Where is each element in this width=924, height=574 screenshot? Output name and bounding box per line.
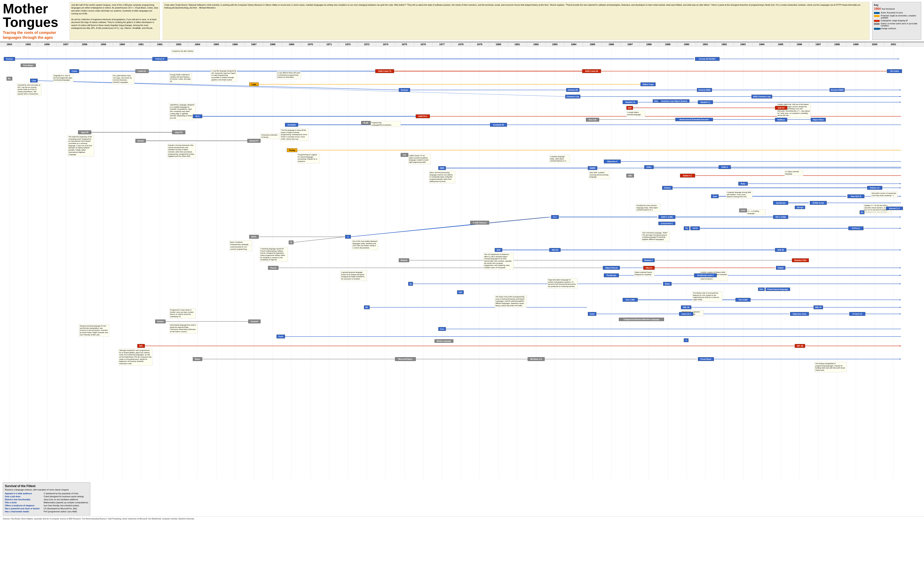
lang-box-bash: Bash [663, 282, 672, 286]
lang-box-cobol: Cobol [69, 69, 79, 73]
year-cell-1959: 1959 [94, 42, 113, 46]
timeline-canvas: FortranFortran IVFortran 90 ISO/IECCreat… [0, 47, 924, 479]
lang-box-nawk: NAWK [588, 166, 597, 170]
year-cell-1974: 1974 [376, 42, 395, 46]
lang-box-objectpascal: Object Pascal [603, 266, 620, 270]
year-header: 1954195519561957195819591960196119621963… [0, 42, 924, 47]
annotation: The kitchen sink of command-line feature… [692, 291, 723, 302]
svg-line-96 [489, 217, 548, 222]
year-cell-1982: 1982 [527, 42, 546, 46]
annotation: A general-purpose language known for its… [340, 271, 367, 281]
lang-box-basic: Basic [193, 357, 202, 361]
svg-marker-131 [900, 307, 901, 308]
year-cell-1964: 1964 [188, 42, 207, 46]
svg-line-105 [351, 217, 551, 237]
key-year: 1954 [874, 7, 881, 11]
lang-box-pl1: PL/1 [193, 114, 202, 118]
annotation: One of the most widely deployed language… [352, 240, 378, 250]
lang-box-moda: Moda Language [434, 339, 453, 343]
annotation: The Swiss Army Knife of programming (a k… [495, 295, 527, 308]
survival-item: Has a powerful user base or backerC# (de… [5, 508, 88, 509]
lang-box-oberon: Oberon [643, 266, 655, 270]
annotation: C+-, a scripting language. [747, 210, 766, 215]
lang-box-objectrexx: Object Rexx [811, 118, 826, 121]
survival-item: Offers a modicum of eleganceIcon (has fr… [5, 505, 88, 507]
svg-marker-60 [900, 89, 901, 90]
year-cell-1954: 1954 [0, 42, 19, 46]
lang-box-internetcpp: Internet C++ [886, 207, 903, 210]
survival-item: Fills a nicheMathematica (speeds up comp… [5, 501, 88, 504]
lang-box-modula2iso: Modula 2 ISO [792, 259, 809, 262]
annotation: Possibly the most common language today.… [636, 204, 660, 212]
survival-item: Delivers new functionalityJava (runs on … [5, 498, 88, 501]
year-cell-1996: 1996 [790, 42, 809, 46]
lang-box-ruby: Ruby [738, 182, 748, 186]
lang-box-lisp: Lisp [30, 79, 38, 82]
lang-box-cwithclasses: C with Classes [470, 221, 489, 224]
lang-box-clos: Clos [653, 99, 660, 103]
lang-box-ksh: Ksh [758, 287, 765, 291]
year-cell-2000: 2000 [865, 42, 884, 46]
annotation: The culprit behind many Y2K bugs. Also k… [112, 74, 134, 84]
lang-box-modula3: Modula 3 [642, 259, 655, 262]
year-cell-1988: 1988 [639, 42, 658, 46]
year-cell-1978: 1978 [452, 42, 470, 46]
lang-box-ansicobol74: ANSI Cobol 74 [375, 69, 394, 73]
lang-box-apl96: APL 96 [795, 344, 805, 348]
lang-box-smalltalk: Smalltalk [285, 123, 298, 127]
annotation: A Lisp-like language designed by MIT res… [211, 69, 237, 82]
timeline-wrapper: 1954195519561957195819591960196119621963… [0, 42, 924, 479]
lang-box-sml90: SML 90 [681, 306, 691, 309]
year-cell-1961: 1961 [132, 42, 151, 46]
lang-box-ada: ADA [495, 248, 502, 252]
lang-box-logo: Logo [249, 82, 259, 86]
year-cell-1971: 1971 [320, 42, 338, 46]
lang-box-algol68: Algol 68 [172, 131, 185, 134]
annotation: Programming Language/Microcomputers [371, 121, 401, 127]
year-cell-1968: 1968 [263, 42, 282, 46]
key-title: Key [874, 3, 919, 6]
year-cell-1990: 1990 [677, 42, 696, 46]
lang-box-forth: Forth [277, 334, 285, 338]
svg-line-104 [351, 222, 489, 237]
year-cell-1966: 1966 [226, 42, 244, 46]
extinct-swatch [874, 23, 880, 25]
lang-box-visualbasic: Visual Basic [698, 357, 714, 361]
footer: Sources: Paul Boutin; Brent Halpern, ass… [0, 516, 924, 521]
svg-marker-142 [900, 345, 901, 347]
lang-box-tcl: Tcl [684, 226, 689, 230]
year-cell-1969: 1969 [282, 42, 301, 46]
lang-box-apl: APL [137, 344, 145, 348]
lang-box-ada95: ADA 95 [775, 248, 786, 252]
svg-marker-51 [898, 58, 899, 60]
year-cell-1985: 1985 [583, 42, 602, 46]
subtitle: Tracing the roots of computer languages … [3, 30, 67, 40]
year-cell-1973: 1973 [357, 42, 376, 46]
svg-marker-121 [900, 275, 901, 276]
active-swatch [874, 12, 880, 14]
annotation: String-processing language for text and … [79, 324, 109, 337]
key-active: Active: thousands of users [874, 12, 919, 14]
lang-box-bcpl: BCPL [249, 235, 259, 239]
lang-box-scheme84: Scheme 84 [566, 88, 579, 92]
timeline-outer: 1954195519561957195819591960196119621963… [0, 42, 924, 479]
lang-box-oocobol: OO Cobol [887, 69, 902, 73]
year-cell-1970: 1970 [301, 42, 320, 46]
svg-marker-93 [900, 196, 901, 197]
lang-box-haskell11: Haskell 1.1 [698, 100, 713, 104]
svg-marker-66 [900, 102, 901, 103]
annotation: Invented by John McCarthy at MIT, Lisp h… [17, 84, 41, 96]
title-block: Mother Tongues Tracing the roots of comp… [3, 2, 67, 40]
lang-box-delphi: Delphi [776, 266, 785, 270]
annotation: George Radin's attempt to combine the be… [169, 73, 192, 84]
lang-box-self40: Self 4.0 [775, 106, 787, 110]
lang-box-prolog: Prolog [287, 148, 297, 152]
annotation: Originally B-O, One of the first English… [53, 74, 73, 82]
lang-box-snobol: Snobol [155, 320, 165, 323]
lang-box-smalltalk80: Smalltalk-80 [490, 123, 507, 127]
year-cell-2001: 2001 [884, 42, 903, 46]
lang-box-sather: Sather 0.1 [680, 174, 695, 177]
key-year-desc: Year Introduced [881, 8, 895, 10]
year-cell-1993: 1993 [734, 42, 752, 46]
annotation: Programming en Logique for natural-langu… [297, 153, 320, 163]
